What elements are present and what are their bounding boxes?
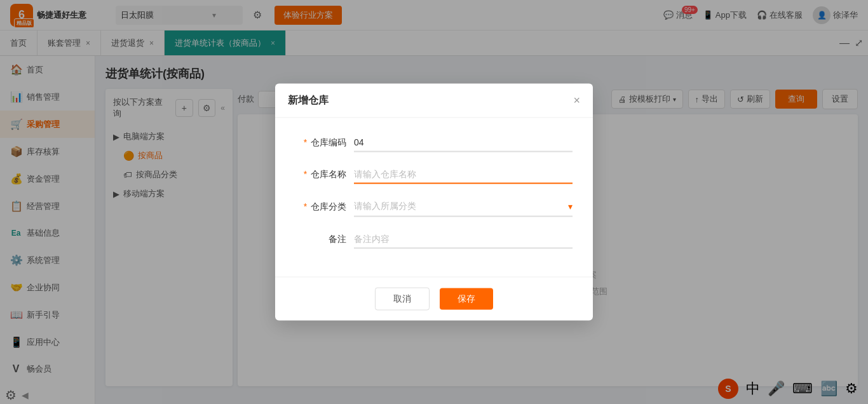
required-mark: * bbox=[304, 137, 307, 147]
dialog-footer: 取消 保存 bbox=[275, 277, 593, 321]
warehouse-remark-row: 备注 bbox=[295, 230, 573, 249]
dialog-header: 新增仓库 × bbox=[275, 84, 593, 118]
cancel-button[interactable]: 取消 bbox=[375, 288, 430, 311]
chevron-down-icon: ▾ bbox=[568, 201, 573, 212]
warehouse-code-row: * 仓库编码 bbox=[295, 133, 573, 152]
dialog-title: 新增仓库 bbox=[288, 94, 329, 107]
warehouse-remark-input[interactable] bbox=[354, 230, 573, 249]
warehouse-category-select[interactable]: 请输入所属分类 ▾ bbox=[354, 197, 573, 217]
code-label: * 仓库编码 bbox=[295, 137, 346, 149]
dialog-body: * 仓库编码 * 仓库名称 * 仓库分类 请输入所属分类 ▾ bbox=[275, 118, 593, 277]
warehouse-category-row: * 仓库分类 请输入所属分类 ▾ bbox=[295, 197, 573, 217]
warehouse-name-row: * 仓库名称 bbox=[295, 165, 573, 184]
name-label: * 仓库名称 bbox=[295, 169, 346, 180]
category-label: * 仓库分类 bbox=[295, 201, 346, 213]
new-warehouse-dialog: 新增仓库 × * 仓库编码 * 仓库名称 * 仓库分类 请输入 bbox=[275, 84, 593, 321]
required-mark: * bbox=[304, 169, 307, 179]
required-mark: * bbox=[304, 201, 307, 212]
close-icon[interactable]: × bbox=[573, 94, 580, 107]
warehouse-code-input[interactable] bbox=[354, 133, 573, 152]
save-button[interactable]: 保存 bbox=[440, 288, 493, 310]
warehouse-name-input[interactable] bbox=[354, 165, 573, 184]
category-placeholder: 请输入所属分类 bbox=[354, 201, 416, 212]
remark-label: 备注 bbox=[295, 234, 346, 245]
